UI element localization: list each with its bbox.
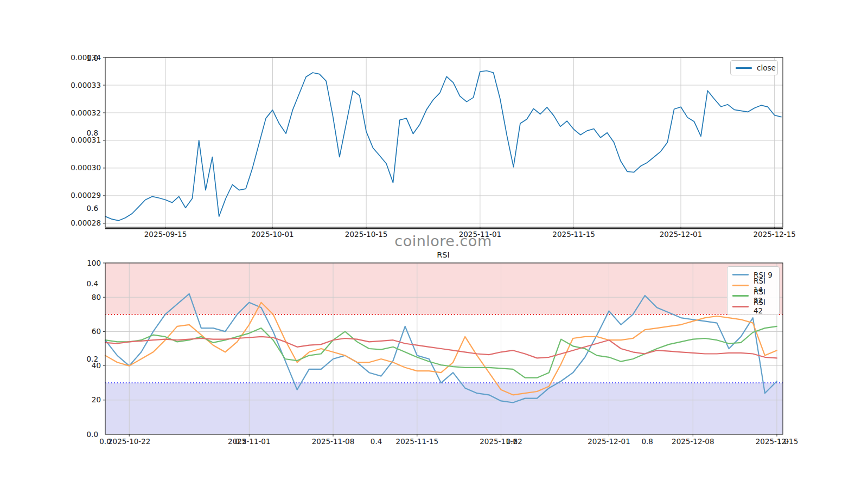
x-tick-label: 2025-11-15 — [396, 437, 438, 446]
rsi22-line-swatch — [732, 295, 749, 297]
matplotlib-figure: { "watermark": "coinlore.com", "rsi_pane… — [0, 0, 868, 488]
series-close — [105, 71, 781, 221]
y-tick-label: 0.00030 — [71, 163, 101, 172]
x-tick-label: 2025-11-15 — [552, 230, 595, 239]
ghost-x-label: 0.0 — [99, 437, 111, 446]
price-legend: close — [730, 60, 778, 75]
y-tick-label: 0.00028 — [71, 219, 101, 227]
ghost-x-label: 0.6 — [506, 437, 518, 446]
y-tick-label: 0.00032 — [71, 108, 101, 117]
overbought-band — [105, 263, 783, 314]
price-chart: 2025-09-152025-10-012025-10-152025-11-01… — [71, 53, 796, 239]
rsi-panel-title: RSI — [437, 251, 450, 259]
y-tick-label: 60 — [92, 327, 101, 336]
rsi-legend-item: RSI 42 — [732, 301, 774, 312]
ghost-y-label: 0.6 — [87, 204, 98, 213]
x-tick-label: 2025-12-08 — [672, 437, 714, 446]
price-legend-label: close — [757, 63, 776, 72]
x-tick-label: 2025-10-15 — [345, 230, 387, 239]
y-tick-label: 100 — [87, 259, 101, 267]
series-rsi-42 — [105, 337, 777, 358]
rsi14-line-swatch — [732, 285, 749, 286]
x-tick-label: 2025-09-15 — [144, 230, 187, 239]
ghost-x-label: 0.8 — [641, 437, 653, 446]
x-tick-label: 2025-12-01 — [588, 437, 630, 446]
y-tick-label: 20 — [92, 395, 101, 404]
rsi42-line-swatch — [732, 306, 749, 307]
watermark: coinlore.com — [394, 233, 492, 249]
oversold-band — [105, 383, 783, 434]
y-tick-label: 80 — [92, 293, 101, 301]
rsi-legend: RSI 9 RSI 14 RSI 22 RSI 42 — [727, 266, 780, 315]
y-tick-label: 0.00029 — [71, 191, 101, 200]
x-tick-label: 2025-12-01 — [660, 230, 702, 239]
rsi-chart: 2025-10-222025-11-012025-11-082025-11-15… — [87, 259, 798, 446]
x-tick-label: 2025-11-08 — [312, 437, 354, 446]
x-tick-label: 2025-10-22 — [108, 437, 150, 446]
y-tick-label: 0.00033 — [71, 81, 101, 89]
ghost-y-label: 0.4 — [87, 279, 98, 288]
ghost-x-label: 1.0 — [777, 437, 788, 446]
ghost-y-label: 0.8 — [87, 129, 98, 137]
rsi42-legend-label: RSI 42 — [754, 298, 774, 315]
ghost-x-label: 0.2 — [235, 437, 246, 446]
x-tick-label: 2025-12-15 — [753, 230, 795, 239]
ghost-x-label: 0.4 — [371, 437, 382, 446]
rsi9-line-swatch — [732, 274, 749, 275]
ghost-y-label: 1.0 — [87, 54, 98, 62]
ghost-y-label: 0.2 — [87, 355, 98, 363]
ghost-y-label: 0.0 — [87, 430, 98, 439]
close-line-swatch — [736, 67, 752, 69]
x-tick-label: 2025-10-01 — [251, 230, 293, 239]
x-tick-label: 2025-11-01 — [228, 437, 270, 446]
